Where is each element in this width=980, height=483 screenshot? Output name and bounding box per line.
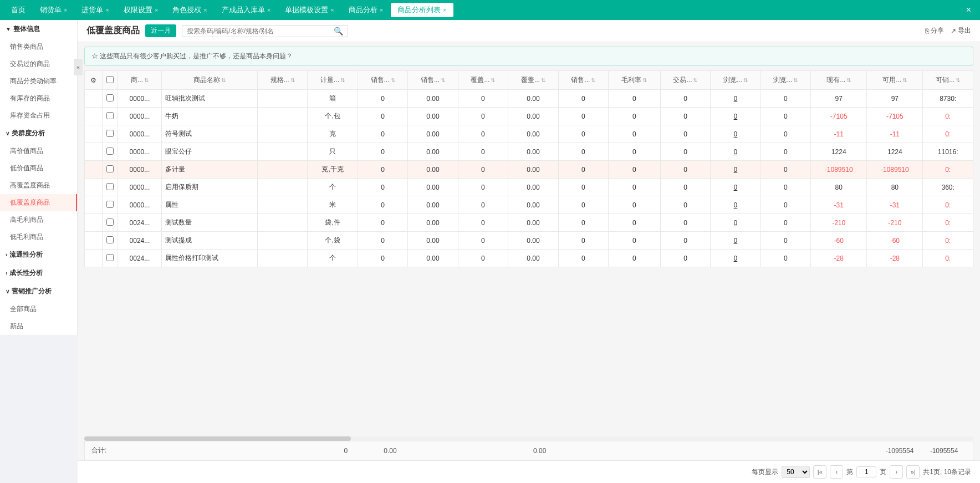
row-checkbox[interactable] [103,125,118,143]
row-checkbox[interactable] [103,143,118,161]
row-check-2[interactable] [106,130,114,137]
col-current-stock[interactable]: 现有...⇅ [811,71,867,90]
sidebar-item-sales-goods[interactable]: 销售类商品 [0,38,77,55]
page-size-select[interactable]: 50 100 200 [782,466,810,478]
sidebar-item-high-margin[interactable]: 高毛利商品 [0,211,77,228]
sidebar-item-low-coverage[interactable]: 低覆盖度商品 [0,194,77,211]
row-check-0[interactable] [106,94,114,101]
col-code[interactable]: 商...⇅ [118,71,162,90]
row-checkbox[interactable] [103,90,118,108]
close-all-button[interactable]: × [962,5,976,15]
nav-permissions-close[interactable]: × [155,7,158,13]
sidebar-section-marketing[interactable]: ∨ 营销推广分析 [0,282,77,301]
col-browse1[interactable]: 浏览...⇅ [711,71,760,90]
sidebar-item-new-goods[interactable]: 新品 [0,318,77,335]
col-saleable[interactable]: 可销...⇅ [923,71,973,90]
col-settings[interactable]: ⚙ [85,71,103,90]
row-check-4[interactable] [106,165,114,172]
sidebar-item-category-sales-rate[interactable]: 商品分类动销率 [0,73,77,90]
row-check-3[interactable] [106,148,114,155]
nav-product-warehouse[interactable]: 产成品入库单 × [215,3,277,17]
row-settings[interactable] [85,108,103,125]
col-checkbox[interactable] [103,71,118,90]
row-browse1-link[interactable]: 0 [711,179,760,196]
row-settings[interactable] [85,143,103,161]
select-all-checkbox[interactable] [106,76,114,83]
col-gross-margin[interactable]: 毛利率⇅ [609,71,661,90]
row-browse1-link[interactable]: 0 [711,90,760,108]
col-available[interactable]: 可用...⇅ [867,71,923,90]
sidebar-item-inventory-capital[interactable]: 库存资金占用 [0,107,77,124]
next-page-button[interactable]: › [890,465,903,479]
row-checkbox[interactable] [103,179,118,196]
row-checkbox[interactable] [103,108,118,125]
row-check-9[interactable] [106,254,114,261]
nav-product-analysis[interactable]: 商品分析 × [342,3,390,17]
filter-period-button[interactable]: 近一月 [145,24,176,37]
sidebar-item-low-margin[interactable]: 低毛利商品 [0,228,77,246]
row-checkbox[interactable] [103,232,118,250]
sidebar-item-high-coverage[interactable]: 高覆盖度商品 [0,177,77,194]
sidebar-item-low-value[interactable]: 低价值商品 [0,160,77,177]
nav-purchase-order-close[interactable]: × [105,7,109,13]
row-checkbox[interactable] [103,214,118,232]
horizontal-scrollbar[interactable] [84,436,973,441]
table-container[interactable]: ⚙ 商...⇅ 商品名称⇅ 规格...⇅ 计量...⇅ 销售...⇅ 销售...… [78,66,980,436]
nav-role-auth-close[interactable]: × [203,7,207,13]
nav-product-analysis-list-close[interactable]: × [443,7,446,13]
row-settings[interactable] [85,179,103,196]
first-page-button[interactable]: |« [813,465,826,479]
sidebar-item-stocked-goods[interactable]: 有库存的商品 [0,90,77,107]
nav-purchase-order[interactable]: 进货单 × [75,3,115,17]
scrollbar-thumb[interactable] [84,436,351,441]
sidebar-item-all-goods[interactable]: 全部商品 [0,301,77,318]
nav-product-analysis-list[interactable]: 商品分析列表 × [391,3,453,17]
col-browse2[interactable]: 浏览...⇅ [760,71,810,90]
col-trade[interactable]: 交易...⇅ [660,71,710,90]
row-check-1[interactable] [106,112,114,119]
row-browse1-link[interactable]: 0 [711,232,760,250]
row-check-6[interactable] [106,201,114,208]
row-checkbox[interactable] [103,161,118,179]
sidebar-section-liquidity[interactable]: › 流通性分析 [0,246,77,264]
row-check-8[interactable] [106,236,114,243]
export-button[interactable]: ↗ 导出 [951,26,971,35]
sidebar-collapse-button[interactable]: « [74,59,83,75]
row-settings[interactable] [85,196,103,214]
sidebar-section-growth[interactable]: › 成长性分析 [0,264,77,282]
nav-sales-order[interactable]: 销货单 × [33,3,74,17]
last-page-button[interactable]: »| [906,465,920,479]
search-icon[interactable]: 🔍 [334,27,343,35]
col-spec[interactable]: 规格...⇅ [257,71,307,90]
nav-permissions[interactable]: 权限设置 × [117,3,165,17]
row-settings[interactable] [85,250,103,267]
row-settings[interactable] [85,161,103,179]
row-browse1-link[interactable]: 0 [711,108,760,125]
row-browse1-link[interactable]: 0 [711,250,760,267]
row-browse1-link[interactable]: 0 [711,196,760,214]
row-check-5[interactable] [106,183,114,190]
row-checkbox[interactable] [103,250,118,267]
nav-role-auth[interactable]: 角色授权 × [166,3,213,17]
row-settings[interactable] [85,90,103,108]
sidebar-item-high-value[interactable]: 高价值商品 [0,143,77,160]
sidebar-section-cluster[interactable]: ∨ 类群度分析 [0,124,77,143]
col-sales3[interactable]: 销售...⇅ [558,71,608,90]
row-browse1-link[interactable]: 0 [711,125,760,143]
sidebar-section-overall[interactable]: ▼ 整体信息 [0,20,77,38]
nav-home[interactable]: 首页 [4,3,32,17]
share-button[interactable]: ⎘ 分享 [925,26,944,35]
row-settings[interactable] [85,214,103,232]
col-coverage1[interactable]: 覆盖...⇅ [458,71,508,90]
col-sales-qty[interactable]: 销售...⇅ [358,71,407,90]
row-settings[interactable] [85,232,103,250]
nav-template-settings[interactable]: 单据模板设置 × [278,3,340,17]
row-browse1-link[interactable]: 0 [711,214,760,232]
prev-page-button[interactable]: ‹ [830,465,843,479]
row-browse1-link[interactable]: 0 [711,161,760,179]
row-checkbox[interactable] [103,196,118,214]
search-input[interactable] [187,27,334,35]
col-sales-amount[interactable]: 销售...⇅ [408,71,458,90]
row-check-7[interactable] [106,218,114,226]
sidebar-item-traded-goods[interactable]: 交易过的商品 [0,55,77,73]
